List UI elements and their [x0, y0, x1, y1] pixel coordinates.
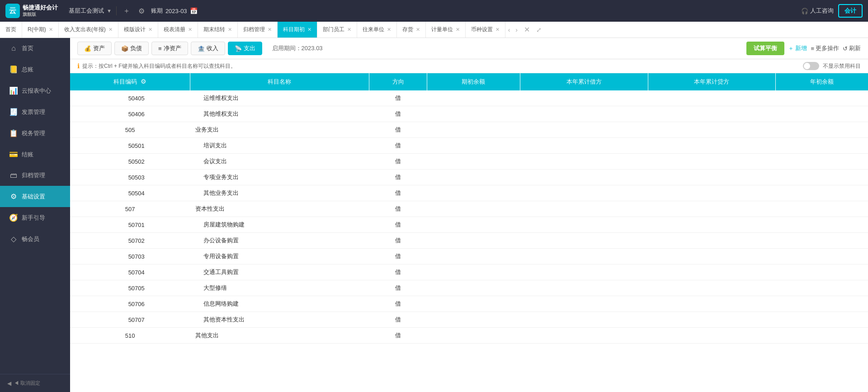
sidebar-item-tax[interactable]: 📋 税务管理: [0, 123, 70, 144]
settlement-icon: 💳: [9, 150, 18, 159]
cell-ytd-debit: [520, 233, 648, 249]
cell-name: 交通工具购置: [190, 264, 369, 280]
col-gear-icon[interactable]: ⚙: [141, 78, 146, 85]
cell-year-initial: [776, 106, 868, 122]
subtab-net-assets[interactable]: ≡ 净资产: [151, 42, 188, 55]
tab-department-staff[interactable]: 部门员工 ✕: [317, 22, 357, 38]
top-divider: [116, 6, 117, 15]
subtab-income[interactable]: 🏦 收入: [191, 42, 225, 55]
tab-counterparty[interactable]: 往来单位 ✕: [357, 22, 397, 38]
cell-initial-balance: [427, 264, 520, 280]
main-layout: ⌂ 首页 📒 总账 📊 云报表中心 🧾 发票管理 📋 税务管理 💳 结账 🗃 归…: [0, 38, 868, 392]
cell-ytd-credit: [648, 122, 776, 138]
tab-close-inventory[interactable]: ✕: [416, 27, 420, 33]
cell-ytd-credit: [648, 233, 776, 249]
subtab-assets[interactable]: 💰 资产: [77, 42, 112, 55]
cell-name: 其他业务支出: [190, 185, 369, 201]
tab-close-template[interactable]: ✕: [148, 27, 152, 33]
table-row: 50502 会议支出 借: [70, 154, 868, 170]
tab-template-design[interactable]: 模版设计 ✕: [118, 22, 158, 38]
tab-close-dept[interactable]: ✕: [347, 27, 351, 33]
subtab-liabilities[interactable]: 📦 负债: [114, 42, 149, 55]
cell-name: 信息网络购建: [190, 296, 369, 312]
tab-nav-prev[interactable]: ‹: [505, 22, 513, 38]
cell-name: 专用设备购置: [190, 249, 369, 264]
subtab-expenditure[interactable]: 📡 支出: [228, 42, 262, 55]
cell-ytd-debit: [520, 154, 648, 170]
consult-button[interactable]: 🎧 人工咨询: [801, 7, 834, 15]
cell-ytd-debit: [520, 122, 648, 138]
account-button[interactable]: 会计: [838, 4, 863, 18]
tab-tax-clearance[interactable]: 税表清册 ✕: [158, 22, 198, 38]
more-icon: ≡: [811, 45, 814, 52]
tab-close-archive[interactable]: ✕: [268, 27, 272, 33]
tab-close-annual[interactable]: ✕: [108, 27, 113, 33]
sidebar-collapse-button[interactable]: ◀ ◀ 取消固定: [0, 374, 70, 392]
cell-ytd-debit: [520, 280, 648, 296]
sidebar-item-home[interactable]: ⌂ 首页: [0, 38, 70, 59]
disable-toggle[interactable]: [803, 62, 819, 70]
cell-ytd-debit: [520, 264, 648, 280]
table-row: 50503 专项业务支出 借: [70, 170, 868, 185]
tab-close-period-end[interactable]: ✕: [228, 27, 232, 33]
sidebar-item-basic-settings[interactable]: ⚙ 基础设置: [0, 186, 70, 207]
cell-direction: 借: [369, 154, 427, 170]
sidebar-item-report-center[interactable]: 📊 云报表中心: [0, 80, 70, 101]
cell-code: 50706: [70, 296, 190, 312]
tab-close-currency[interactable]: ✕: [495, 27, 500, 33]
tab-period-end-transfer[interactable]: 期末结转 ✕: [198, 22, 238, 38]
sidebar-label-guide: 新手引导: [22, 214, 45, 222]
cell-code: 50503: [70, 170, 190, 185]
tab-close-counterparty[interactable]: ✕: [387, 27, 391, 33]
top-bar: 云 畅捷通好会计 旗舰版 基层工会测试 ▼ ＋ ⚙ 账期 2023-03 📅 🎧…: [0, 0, 868, 22]
tab-nav-next[interactable]: ›: [513, 22, 520, 38]
tab-expand[interactable]: ⤢: [533, 22, 544, 38]
sidebar-item-settlement[interactable]: 💳 结账: [0, 144, 70, 165]
col-direction: 方向: [369, 73, 427, 90]
add-company-button[interactable]: ＋: [121, 5, 132, 18]
more-actions-button[interactable]: ≡ 更多操作: [811, 44, 839, 52]
tab-close-measurement[interactable]: ✕: [456, 27, 460, 33]
settings-icon[interactable]: ⚙: [137, 5, 146, 17]
cell-ytd-credit: [648, 185, 776, 201]
add-button[interactable]: ＋ 新增: [788, 44, 807, 52]
tab-inventory[interactable]: 存货 ✕: [397, 22, 426, 38]
tab-home[interactable]: 首页: [0, 22, 22, 38]
cell-name: 资本性支出: [190, 201, 369, 217]
tab-close-all[interactable]: ✕: [520, 22, 533, 38]
company-selector[interactable]: 基层工会测试 ▼: [69, 7, 112, 15]
hint-bar: ℹ 提示：按Ctrl + F键并输入科目编码或者科目名称可以查找科目。 不显示禁…: [70, 59, 868, 73]
sidebar-item-invoice[interactable]: 🧾 发票管理: [0, 101, 70, 123]
tab-close-tax[interactable]: ✕: [188, 27, 192, 33]
sidebar-item-archive[interactable]: 🗃 归档管理: [0, 165, 70, 186]
cell-year-initial: [776, 312, 868, 328]
hint-icon: ℹ: [77, 62, 80, 70]
tab-annual-report[interactable]: 收入支出表(年报) ✕: [59, 22, 118, 38]
tab-midterm[interactable]: R(中期) ✕: [22, 22, 59, 38]
cell-ytd-debit: [520, 185, 648, 201]
cell-ytd-debit: [520, 138, 648, 154]
tab-archive[interactable]: 归档管理 ✕: [238, 22, 278, 38]
calendar-icon[interactable]: 📅: [190, 7, 198, 14]
tab-measurement-unit[interactable]: 计量单位 ✕: [426, 22, 466, 38]
cell-direction: 借: [369, 122, 427, 138]
tab-currency-settings[interactable]: 币种设置 ✕: [466, 22, 505, 38]
cell-name: 专项业务支出: [190, 170, 369, 185]
cell-year-initial: [776, 185, 868, 201]
cell-ytd-credit: [648, 280, 776, 296]
calc-balance-button[interactable]: 试算平衡: [746, 42, 784, 55]
hint-text: 提示：按Ctrl + F键并输入科目编码或者科目名称可以查找科目。: [82, 62, 236, 70]
cell-ytd-credit: [648, 217, 776, 233]
sidebar-item-general-ledger[interactable]: 📒 总账: [0, 59, 70, 80]
top-right: 🎧 人工咨询 会计: [801, 4, 863, 18]
cell-initial-balance: [427, 201, 520, 217]
cell-code: 50502: [70, 154, 190, 170]
cell-initial-balance: [427, 328, 520, 344]
sidebar-item-guide[interactable]: 🧭 新手引导: [0, 207, 70, 228]
tab-close-subject[interactable]: ✕: [307, 27, 311, 33]
tab-close-midterm[interactable]: ✕: [49, 27, 53, 33]
tab-subject-initial[interactable]: 科目期初 ✕: [278, 22, 317, 38]
refresh-button[interactable]: ↺ 刷新: [843, 44, 861, 52]
sidebar-item-member[interactable]: ◇ 畅会员: [0, 228, 70, 250]
cell-year-initial: [776, 90, 868, 106]
